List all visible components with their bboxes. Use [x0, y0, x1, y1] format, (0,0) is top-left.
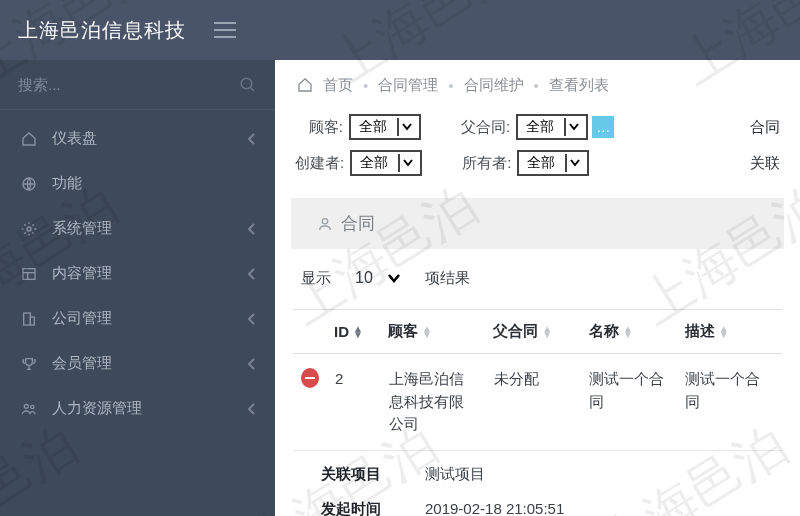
search-icon: [239, 76, 257, 94]
collapse-button[interactable]: [301, 368, 319, 388]
sidebar: 仪表盘 功能 系统管理 内容管理 公司管理 会员管理: [0, 60, 275, 516]
chevron-left-icon: [247, 267, 257, 281]
globe-icon: [18, 176, 40, 192]
column-parent[interactable]: 父合同▲▼: [485, 310, 581, 353]
breadcrumb-item[interactable]: 合同管理: [378, 76, 438, 95]
filter-label-customer: 顾客:: [295, 118, 343, 137]
filter-label-parent: 父合同:: [461, 118, 510, 137]
filter-trailing: 关联: [750, 154, 780, 173]
nav: 仪表盘 功能 系统管理 内容管理 公司管理 会员管理: [0, 110, 275, 431]
sort-icon: ▲▼: [422, 326, 432, 338]
search-box[interactable]: [0, 60, 275, 110]
column-name[interactable]: 名称▲▼: [581, 310, 677, 353]
cell-parent: 未分配: [486, 354, 582, 450]
main: 首页 • 合同管理 • 合同维护 • 查看列表 顾客: 全部 父合同: 全部 …: [275, 60, 800, 516]
svg-line-4: [250, 87, 254, 91]
page-size-select[interactable]: 10: [345, 265, 411, 291]
hamburger-icon: [214, 22, 236, 38]
sidebar-item-hr[interactable]: 人力资源管理: [0, 386, 275, 431]
column-id[interactable]: ID▲▼: [326, 310, 380, 353]
layout-icon: [18, 266, 40, 282]
data-table: ID▲▼ 顾客▲▼ 父合同▲▼ 名称▲▼ 描述▲▼ 2 上海邑泊信息科技有限公司…: [293, 309, 782, 516]
detail-value: 测试项目: [425, 465, 485, 484]
detail-panel: 关联项目 测试项目 发起时间 2019-02-18 21:05:51: [321, 457, 754, 517]
sort-icon: ▲▼: [353, 326, 363, 338]
page-size-label: 显示: [301, 269, 331, 288]
sidebar-item-label: 功能: [52, 174, 257, 193]
column-customer[interactable]: 顾客▲▼: [380, 310, 485, 353]
chevron-down-icon: [398, 154, 416, 172]
page-size-row: 显示 10 项结果: [275, 259, 800, 295]
search-input[interactable]: [18, 76, 239, 93]
more-button[interactable]: …: [592, 116, 614, 138]
chevron-down-icon: [565, 154, 583, 172]
filter-trailing: 合同: [750, 118, 780, 137]
sort-icon: ▲▼: [542, 326, 552, 338]
chevron-left-icon: [247, 357, 257, 371]
sidebar-item-dashboard[interactable]: 仪表盘: [0, 116, 275, 161]
filter-select-customer[interactable]: 全部: [349, 114, 421, 140]
svg-point-6: [27, 227, 31, 231]
people-icon: [18, 401, 40, 417]
cell-desc: 测试一个合同: [677, 354, 782, 450]
svg-rect-7: [23, 268, 35, 279]
sidebar-item-company[interactable]: 公司管理: [0, 296, 275, 341]
column-desc[interactable]: 描述▲▼: [677, 310, 782, 353]
svg-point-12: [24, 404, 28, 408]
chevron-left-icon: [247, 222, 257, 236]
breadcrumb-item[interactable]: 查看列表: [549, 76, 609, 95]
chevron-down-icon: [397, 118, 415, 136]
cell-customer: 上海邑泊信息科技有限公司: [381, 354, 486, 450]
sort-icon: ▲▼: [719, 326, 729, 338]
person-icon: [317, 216, 333, 232]
sort-icon: ▲▼: [623, 326, 633, 338]
filter-select-creator[interactable]: 全部: [350, 150, 422, 176]
table-header: ID▲▼ 顾客▲▼ 父合同▲▼ 名称▲▼ 描述▲▼: [293, 309, 782, 354]
filter-label-creator: 创建者:: [295, 154, 344, 173]
sidebar-item-label: 系统管理: [52, 219, 247, 238]
filter-label-owner: 所有者:: [462, 154, 511, 173]
trophy-icon: [18, 356, 40, 372]
chevron-down-icon: [564, 118, 582, 136]
breadcrumb: 首页 • 合同管理 • 合同维护 • 查看列表: [275, 60, 800, 110]
section-title: 合同: [291, 198, 784, 249]
detail-key: 发起时间: [321, 500, 425, 517]
sidebar-item-label: 公司管理: [52, 309, 247, 328]
svg-rect-11: [30, 317, 34, 325]
cell-name: 测试一个合同: [581, 354, 677, 450]
filter-select-owner[interactable]: 全部: [517, 150, 589, 176]
sidebar-item-label: 人力资源管理: [52, 399, 247, 418]
filters: 顾客: 全部 父合同: 全部 … 合同 创建者: 全部: [275, 110, 800, 194]
svg-point-3: [241, 78, 252, 89]
svg-rect-10: [24, 313, 31, 325]
sidebar-item-features[interactable]: 功能: [0, 161, 275, 206]
table-row: 2 上海邑泊信息科技有限公司 未分配 测试一个合同 测试一个合同: [293, 354, 782, 451]
sidebar-item-member[interactable]: 会员管理: [0, 341, 275, 386]
svg-point-14: [322, 218, 327, 223]
menu-toggle-button[interactable]: [214, 22, 236, 38]
filter-select-parent[interactable]: 全部: [516, 114, 588, 140]
office-icon: [18, 311, 40, 327]
breadcrumb-item[interactable]: 合同维护: [464, 76, 524, 95]
breadcrumb-home[interactable]: 首页: [323, 76, 353, 95]
home-icon: [18, 131, 40, 147]
sidebar-item-content[interactable]: 内容管理: [0, 251, 275, 296]
page-size-unit: 项结果: [425, 269, 470, 288]
gears-icon: [18, 221, 40, 237]
detail-value: 2019-02-18 21:05:51: [425, 500, 564, 517]
sidebar-item-system[interactable]: 系统管理: [0, 206, 275, 251]
brand-title: 上海邑泊信息科技: [18, 17, 186, 44]
svg-point-13: [31, 405, 34, 408]
chevron-left-icon: [247, 312, 257, 326]
chevron-down-icon: [387, 273, 401, 283]
home-icon: [297, 77, 313, 93]
cell-id: 2: [327, 354, 381, 450]
app-header: 上海邑泊信息科技: [0, 0, 800, 60]
chevron-left-icon: [247, 402, 257, 416]
detail-key: 关联项目: [321, 465, 425, 484]
sidebar-item-label: 内容管理: [52, 264, 247, 283]
chevron-left-icon: [247, 132, 257, 146]
sidebar-item-label: 仪表盘: [52, 129, 247, 148]
sidebar-item-label: 会员管理: [52, 354, 247, 373]
